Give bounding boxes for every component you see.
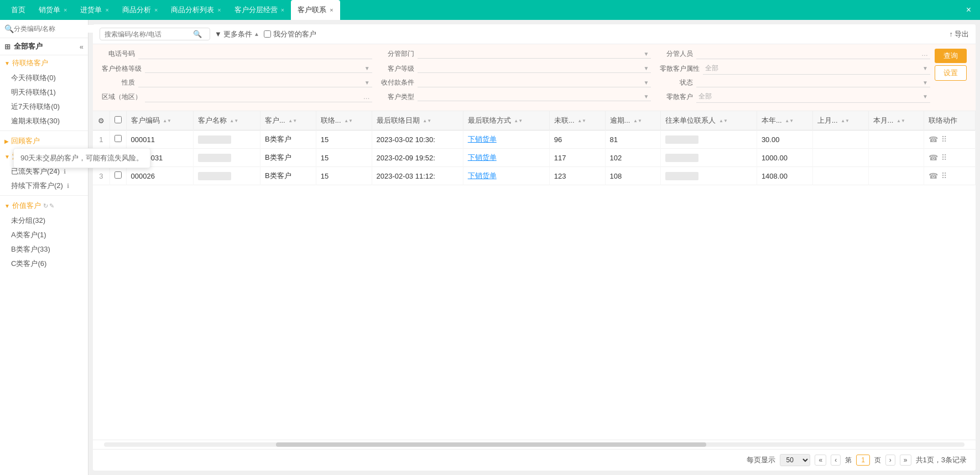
search-input[interactable] [105,30,193,38]
mgr-select[interactable]: … [696,49,930,59]
query-button[interactable]: 查询 [935,49,967,63]
close-purchase-tab[interactable]: × [105,7,108,13]
row-checkbox[interactable] [114,135,122,142]
nav-sales[interactable]: 销货单 × [32,0,74,20]
my-customer-check[interactable] [264,30,271,38]
search-button[interactable]: 🔍 [193,30,202,38]
th-last-month[interactable]: 上月... ▲▼ [812,111,868,131]
nav-purchase[interactable]: 进货单 × [74,0,115,20]
first-page-btn[interactable]: « [815,455,826,466]
sidebar-item-declining[interactable]: 持续下滑客户(2) ℹ [0,179,88,193]
region-dots[interactable]: … [363,93,370,101]
th-gear[interactable]: ⚙ [93,111,110,131]
sidebar-item-ungrouped[interactable]: 未分组(32) [0,213,88,228]
cust-lvl-label: 客户等级 [381,64,414,74]
export-button[interactable]: ↑ 导出 [950,29,969,39]
th-this-month[interactable]: 本月... ▲▼ [868,111,924,131]
mgr-dots[interactable]: … [921,50,928,58]
scroll-track[interactable] [104,442,965,447]
nature-select[interactable]: ▼ [138,79,372,87]
last-page-btn[interactable]: » [900,455,911,466]
nav-home[interactable]: 首页 [4,0,32,20]
row-actions: ☎ ⠿ [924,131,976,149]
payment-select[interactable]: ▼ [418,79,651,87]
th-overdue[interactable]: 逾期... ▲▼ [605,111,661,131]
th-last-date[interactable]: 最后联络日期 ▲▼ [372,111,463,131]
sidebar-group-pending-label[interactable]: ▼ 待联络客户 [0,55,88,71]
close-customer-tier-tab[interactable]: × [281,7,284,13]
price-lvl-select[interactable]: ▼ [145,64,372,73]
cust-lvl-select[interactable]: ▼ [418,64,651,73]
more-icon[interactable]: ⠿ [941,153,947,162]
row-checkbox[interactable] [114,171,122,179]
cust-type-select[interactable]: ▼ [418,92,651,101]
method-link[interactable]: 下销货单 [468,171,497,180]
field-nature: 性质 ▼ [102,78,372,87]
sidebar-item-a-class[interactable]: A类客户(1) [0,228,88,242]
scattered-cust-select[interactable]: 全部 ▼ [696,91,930,103]
th-contact[interactable]: 联络... ▲▼ [316,111,372,131]
th-name[interactable]: 客户名称 ▲▼ [193,111,260,131]
sidebar-item-7days[interactable]: 近7天待联络(0) [0,100,88,114]
select-all-checkbox[interactable] [114,116,122,123]
row-checkbox-cell[interactable] [110,167,126,185]
contact-icon[interactable]: ☎ [929,171,938,180]
dept-select[interactable]: ▼ [418,50,651,59]
sidebar-item-c-class[interactable]: C类客户(6) [0,257,88,271]
method-link[interactable]: 下销货单 [468,135,497,143]
current-page: 1 [856,455,870,466]
th-contacts[interactable]: 往来单位联系人 ▲▼ [661,111,757,131]
scroll-thumb[interactable] [276,442,706,447]
contact-icon[interactable]: ☎ [929,135,938,144]
method-link[interactable]: 下销货单 [468,153,497,161]
nav-customer-tier[interactable]: 客户分层经营 × [228,0,291,20]
scattered-select[interactable]: 全部 ▼ [703,62,930,75]
sidebar-item-today[interactable]: 今天待联络(0) [0,71,88,85]
sidebar-collapse-btn[interactable]: « [80,43,84,51]
close-customer-contact-tab[interactable]: × [330,7,333,13]
my-customer-checkbox[interactable]: 我分管的客户 [264,29,316,39]
prev-page-btn[interactable]: ‹ [831,455,841,466]
th-checkbox[interactable] [110,111,126,131]
th-action: 联络动作 [924,111,976,131]
refresh-icon[interactable]: ↻ [43,202,48,210]
sidebar-search-input[interactable] [14,25,97,33]
th-code[interactable]: 客户编码 ▲▼ [126,111,193,131]
edit-icon[interactable]: ✎ [49,202,54,210]
region-select[interactable]: … [145,92,372,102]
nav-product-analysis[interactable]: 商品分析 × [116,0,164,20]
row-checkbox-cell[interactable] [110,131,126,149]
settings-button[interactable]: 设置 [935,65,967,81]
th-type[interactable]: 客户... ▲▼ [260,111,316,131]
th-last-method[interactable]: 最后联络方式 ▲▼ [463,111,549,131]
next-page-btn[interactable]: › [885,455,895,466]
row-last-method[interactable]: 下销货单 [463,167,549,185]
sidebar-all-customers[interactable]: ⊞ 全部客户 « [0,38,88,55]
sidebar-item-b-class[interactable]: B类客户(33) [0,242,88,257]
sidebar-item-overdue[interactable]: 逾期未联络(30) [0,114,88,128]
nav-product-analysis-list[interactable]: 商品分析列表 × [164,0,227,20]
close-product-analysis-tab[interactable]: × [154,7,158,13]
more-filter-btn[interactable]: ▼ 更多条件 ▲ [215,29,259,39]
close-all-tabs[interactable]: × [962,5,976,15]
horizontal-scroll[interactable] [93,440,976,449]
sidebar-group-value-label[interactable]: ▼ 价值客户 ↻ ✎ [0,198,88,213]
customer-table: ⚙ 客户编码 ▲▼ 客户名称 ▲▼ 客户... ▲▼ 联络... ▲▼ 最后联络… [93,111,976,185]
sidebar-item-tomorrow[interactable]: 明天待联络(1) [0,85,88,100]
nav-customer-contact[interactable]: 客户联系 × [291,0,340,20]
row-last-method[interactable]: 下销货单 [463,131,549,149]
more-icon[interactable]: ⠿ [941,135,947,144]
contact-icon[interactable]: ☎ [929,153,938,162]
phone-input[interactable] [138,49,372,59]
close-product-list-tab[interactable]: × [217,7,221,13]
th-this-year[interactable]: 本年... ▲▼ [757,111,812,131]
status-select[interactable]: ▼ [696,79,930,87]
sidebar-group-review-label[interactable]: ▶ 回顾客户 [0,133,88,149]
more-icon[interactable]: ⠿ [941,171,947,180]
page-size-select[interactable]: 50 10 20 100 [780,454,810,466]
row-contact-count: 15 [316,167,372,185]
row-last-method[interactable]: 下销货单 [463,149,549,167]
close-sales-tab[interactable]: × [64,7,67,13]
phone-label: 电话号码 [102,49,135,59]
th-unlinked[interactable]: 未联... ▲▼ [549,111,605,131]
